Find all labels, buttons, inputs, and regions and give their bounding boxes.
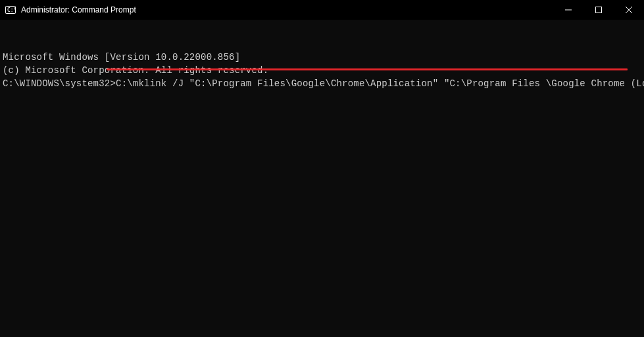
window-controls	[553, 0, 644, 20]
copyright-line: (c) Microsoft Corporation. All rights re…	[3, 64, 641, 77]
svg-text:C:\: C:\	[7, 7, 16, 13]
minimize-button[interactable]	[553, 0, 583, 20]
terminal-area[interactable]: Microsoft Windows [Version 10.0.22000.85…	[0, 20, 644, 337]
prompt-line: C:\WINDOWS\system32>C:\mklink /J "C:\Pro…	[3, 77, 641, 90]
command-text: C:\mklink /J "C:\Program Files\Google\Ch…	[116, 78, 644, 89]
svg-rect-3	[596, 7, 602, 13]
maximize-button[interactable]	[583, 0, 614, 20]
cmd-icon: C:\	[5, 5, 16, 15]
close-button[interactable]	[614, 0, 644, 20]
version-line: Microsoft Windows [Version 10.0.22000.85…	[3, 51, 641, 64]
titlebar: C:\ Administrator: Command Prompt	[0, 0, 644, 20]
window-title: Administrator: Command Prompt	[21, 5, 136, 14]
prompt-text: C:\WINDOWS\system32>	[3, 78, 116, 89]
